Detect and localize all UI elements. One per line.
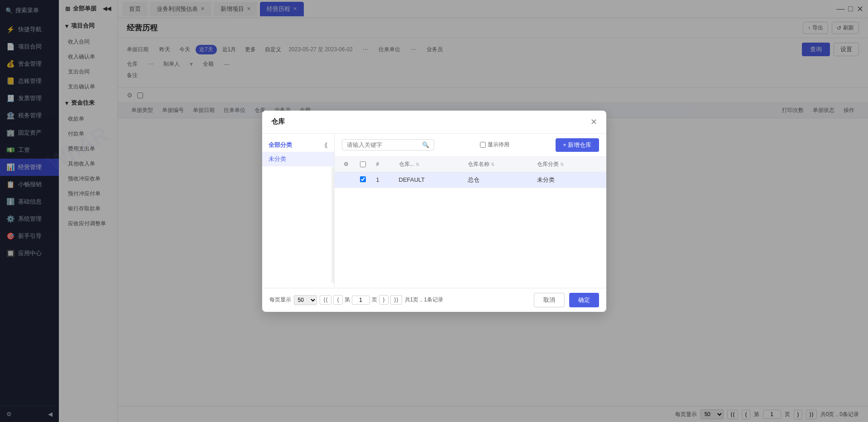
modal-confirm-button[interactable]: 确定: [569, 293, 599, 307]
category-uncategorized[interactable]: 未分类: [262, 152, 334, 166]
modal-page-label: 第: [345, 296, 350, 304]
show-disabled-wrap: 显示停用: [480, 141, 509, 149]
search-input[interactable]: [347, 141, 419, 148]
modal-table-header: ⚙ # 仓库... ⇅ 仓库名称 ⇅ 仓库分类 ⇅: [335, 157, 606, 172]
modal-page-label-end: 页: [372, 296, 377, 304]
modal-total-text: 共1页，1条记录: [405, 296, 443, 304]
modal-select-all[interactable]: [360, 161, 366, 167]
show-disabled-label: 显示停用: [488, 141, 509, 149]
modal-th-settings: ⚙: [339, 157, 355, 171]
modal-left-header: 全部分类 ⟪: [262, 138, 334, 152]
modal-cancel-button[interactable]: 取消: [534, 293, 565, 307]
add-warehouse-button[interactable]: + 新增仓库: [556, 138, 599, 152]
modal-td-num: 1: [372, 173, 394, 187]
modal-title: 仓库: [271, 117, 285, 126]
pagination-info: 每页显示 50 100 ⟨⟨ ⟨ 第 页 ⟩ ⟩⟩ 共1页，1条记录: [269, 295, 443, 305]
modal-page-input[interactable]: [352, 296, 370, 305]
modal-th-code[interactable]: 仓库... ⇅: [394, 157, 464, 172]
search-icon: 🔍: [422, 141, 429, 148]
modal-close-button[interactable]: ✕: [590, 117, 597, 127]
modal-td-code: DEFAULT: [394, 173, 464, 187]
modal-row-checkbox[interactable]: [360, 176, 366, 182]
modal-prev-page[interactable]: ⟨: [333, 295, 343, 305]
left-scrollbar[interactable]: [331, 166, 334, 283]
all-category-label[interactable]: 全部分类: [269, 141, 292, 149]
modal-td-checkbox: [355, 173, 372, 187]
modal-right-toolbar: 🔍 显示停用 + 新增仓库: [335, 134, 606, 157]
search-box: 🔍: [342, 139, 434, 150]
modal-right-panel: 🔍 显示停用 + 新增仓库 ⚙ # 仓库... ⇅: [335, 134, 606, 288]
modal-td-settings: [339, 176, 355, 184]
modal-th-name[interactable]: 仓库名称 ⇅: [463, 157, 532, 172]
modal-last-page[interactable]: ⟩⟩: [390, 295, 402, 305]
modal-table-row[interactable]: 1 DEFAULT 总仓 未分类: [335, 172, 606, 188]
modal-header: 仓库 ✕: [262, 111, 606, 134]
page-nav: ⟨⟨ ⟨ 第 页 ⟩ ⟩⟩: [320, 295, 402, 305]
modal-body: 全部分类 ⟪ 未分类 🔍: [262, 134, 606, 288]
modal-td-category: 未分类: [532, 172, 602, 188]
per-page-label-modal: 每页显示: [269, 296, 291, 304]
modal-left-panel: 全部分类 ⟪ 未分类: [262, 134, 335, 288]
modal-overlay: 仓库 ✕ 全部分类 ⟪ 未分类: [0, 0, 868, 422]
modal-action-buttons: 取消 确定: [534, 293, 599, 307]
modal-th-category[interactable]: 仓库分类 ⇅: [532, 157, 602, 172]
modal-table: ⚙ # 仓库... ⇅ 仓库名称 ⇅ 仓库分类 ⇅: [335, 157, 606, 288]
modal-next-page[interactable]: ⟩: [379, 295, 388, 305]
modal-collapse-icon[interactable]: ⟪: [324, 141, 328, 149]
modal-footer: 每页显示 50 100 ⟨⟨ ⟨ 第 页 ⟩ ⟩⟩ 共1页，1条记录 取消: [262, 288, 606, 312]
modal-th-num: #: [372, 157, 394, 171]
show-disabled-checkbox[interactable]: [480, 142, 486, 148]
modal-first-page[interactable]: ⟨⟨: [320, 295, 331, 305]
modal-td-name: 总仓: [463, 172, 532, 188]
warehouse-modal: 仓库 ✕ 全部分类 ⟪ 未分类: [262, 111, 606, 312]
modal-per-page-select[interactable]: 50 100: [294, 295, 317, 305]
modal-th-checkbox: [355, 158, 372, 171]
